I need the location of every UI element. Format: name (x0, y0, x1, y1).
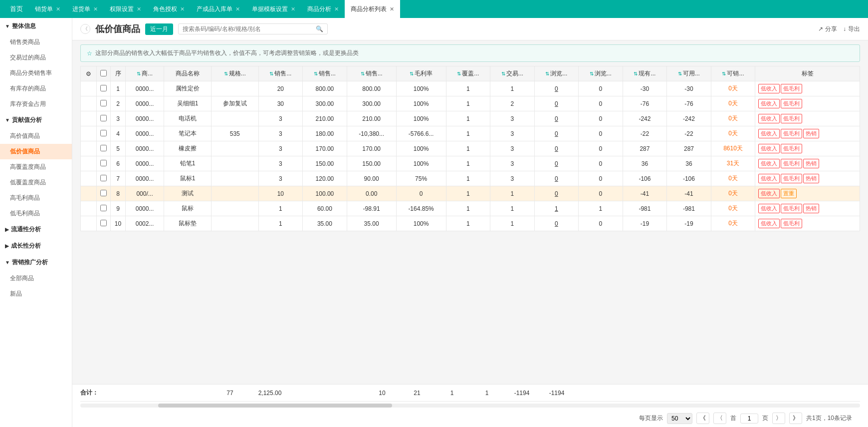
nav-product-analysis-list[interactable]: 商品分析列表 ✕ (345, 0, 400, 18)
export-button[interactable]: ↓ 导出 (843, 25, 860, 33)
sidebar-item-sales-products[interactable]: 销售类商品 (0, 34, 72, 50)
sidebar-group-overall[interactable]: ▼ 整体信息 (0, 18, 72, 34)
close-icon[interactable]: ✕ (291, 6, 295, 12)
browse1-value[interactable]: 1 (555, 205, 558, 212)
close-icon[interactable]: ✕ (180, 6, 185, 12)
sidebar-item-low-coverage[interactable]: 低覆盖度商品 (0, 175, 72, 190)
browse1-value[interactable]: 0 (555, 190, 558, 197)
sidebar-group-growth[interactable]: ▶ 成长性分析 (0, 238, 72, 254)
nav-sales-order[interactable]: 销货单 ✕ (29, 0, 66, 18)
nav-home[interactable]: 首页 (4, 0, 29, 18)
th-settings[interactable]: ⚙ (81, 66, 97, 81)
browse1-value[interactable]: 0 (555, 145, 558, 152)
row-checkbox[interactable] (100, 175, 107, 181)
checkbox-cell[interactable] (97, 156, 111, 171)
period-button[interactable]: 近一月 (145, 23, 173, 35)
browse1-value[interactable]: 0 (555, 130, 558, 137)
th-name[interactable]: 商品名称 (164, 66, 212, 81)
nav-role-auth[interactable]: 角色授权 ✕ (147, 0, 191, 18)
browse1-value[interactable]: 0 (555, 115, 558, 122)
search-icon[interactable]: 🔍 (316, 25, 323, 32)
th-sale3[interactable]: ⇅销售... (347, 66, 396, 81)
row-checkbox[interactable] (100, 100, 107, 106)
select-all-checkbox[interactable] (100, 70, 107, 76)
browse1-cell[interactable]: 0 (534, 171, 579, 186)
last-page-button[interactable]: 》 (789, 413, 802, 424)
nav-permissions[interactable]: 权限设置 ✕ (104, 0, 147, 18)
th-code[interactable]: ⇅商... (126, 66, 164, 81)
sidebar-item-category-sales-rate[interactable]: 商品分类销售率 (0, 65, 72, 81)
sidebar-item-traded-products[interactable]: 交易过的商品 (0, 50, 72, 65)
nav-purchase-order[interactable]: 进货单 ✕ (66, 0, 104, 18)
nav-product-inbound[interactable]: 产成品入库单 ✕ (191, 0, 246, 18)
th-margin[interactable]: ⇅毛利率 (396, 66, 446, 81)
sidebar-item-all-products[interactable]: 全部商品 (0, 271, 72, 286)
close-icon[interactable]: ✕ (93, 6, 98, 12)
th-browse2[interactable]: ⇅浏览... (579, 66, 623, 81)
row-checkbox[interactable] (100, 205, 107, 211)
th-spec[interactable]: ⇅规格... (211, 66, 258, 81)
checkbox-cell[interactable] (97, 96, 111, 111)
search-input[interactable] (183, 25, 316, 32)
browse1-cell[interactable]: 0 (534, 126, 579, 141)
row-checkbox[interactable] (100, 130, 107, 136)
browse1-cell[interactable]: 0 (534, 186, 579, 201)
th-trade[interactable]: ⇅交易... (490, 66, 535, 81)
checkbox-cell[interactable] (97, 171, 111, 186)
close-icon[interactable]: ✕ (390, 6, 394, 12)
close-icon[interactable]: ✕ (137, 6, 141, 12)
browse1-cell[interactable]: 0 (534, 96, 579, 111)
sidebar-item-high-margin[interactable]: 高毛利商品 (0, 190, 72, 206)
next-page-button[interactable]: 〉 (772, 413, 785, 424)
browse1-cell[interactable]: 1 (534, 201, 579, 216)
sidebar-item-high-value[interactable]: 高价值商品 (0, 128, 72, 144)
scrollbar-thumb[interactable] (158, 404, 392, 408)
row-checkbox[interactable] (100, 145, 107, 151)
close-icon[interactable]: ✕ (56, 6, 60, 12)
th-stock2[interactable]: ⇅可用... (667, 66, 711, 81)
row-checkbox[interactable] (100, 160, 107, 166)
checkbox-cell[interactable] (97, 141, 111, 156)
th-cover[interactable]: ⇅覆盖... (446, 66, 490, 81)
share-button[interactable]: ↗ 分享 (818, 25, 837, 33)
checkbox-cell[interactable] (97, 201, 111, 216)
checkbox-cell[interactable] (97, 216, 111, 231)
sidebar-group-circulation[interactable]: ▶ 流通性分析 (0, 221, 72, 238)
row-checkbox[interactable] (100, 115, 107, 121)
sidebar-group-marketing[interactable]: ▼ 营销推广分析 (0, 254, 72, 271)
row-checkbox[interactable] (100, 220, 107, 226)
th-checkbox[interactable] (97, 66, 111, 81)
browse1-cell[interactable]: 0 (534, 216, 579, 231)
th-stock1[interactable]: ⇅现有... (623, 66, 667, 81)
sidebar-item-high-coverage[interactable]: 高覆盖度商品 (0, 159, 72, 175)
checkbox-cell[interactable] (97, 111, 111, 126)
row-checkbox[interactable] (100, 85, 107, 91)
browse1-value[interactable]: 0 (555, 85, 558, 92)
sidebar-item-low-value[interactable]: 低价值商品 (0, 144, 72, 159)
prev-page-button[interactable]: 〈 (713, 413, 726, 424)
browse1-cell[interactable]: 0 (534, 81, 579, 96)
sidebar-item-stock-capital[interactable]: 库存资金占用 (0, 96, 72, 112)
close-icon[interactable]: ✕ (334, 6, 339, 12)
browse1-value[interactable]: 0 (555, 175, 558, 182)
checkbox-cell[interactable] (97, 81, 111, 96)
horizontal-scrollbar[interactable] (80, 404, 860, 408)
browse1-value[interactable]: 0 (555, 160, 558, 167)
th-sale2[interactable]: ⇅销售... (303, 66, 347, 81)
browse1-value[interactable]: 0 (555, 220, 558, 227)
nav-template-settings[interactable]: 单据模板设置 ✕ (246, 0, 301, 18)
sidebar-group-contribution[interactable]: ▼ 贡献值分析 (0, 112, 72, 128)
current-page-input[interactable] (740, 414, 758, 424)
close-icon[interactable]: ✕ (235, 6, 240, 12)
sidebar-collapse-button[interactable]: 《 (80, 24, 90, 34)
page-size-select[interactable]: 50 100 (667, 413, 692, 424)
sidebar-item-low-margin[interactable]: 低毛利商品 (0, 206, 72, 221)
checkbox-cell[interactable] (97, 186, 111, 201)
checkbox-cell[interactable] (97, 126, 111, 141)
th-browse1[interactable]: ⇅浏览... (534, 66, 579, 81)
nav-product-analysis[interactable]: 商品分析 ✕ (301, 0, 345, 18)
sidebar-item-new-products[interactable]: 新品 (0, 286, 72, 302)
th-sale1[interactable]: ⇅销售... (258, 66, 303, 81)
first-page-button[interactable]: 《 (696, 413, 709, 424)
browse1-cell[interactable]: 0 (534, 141, 579, 156)
